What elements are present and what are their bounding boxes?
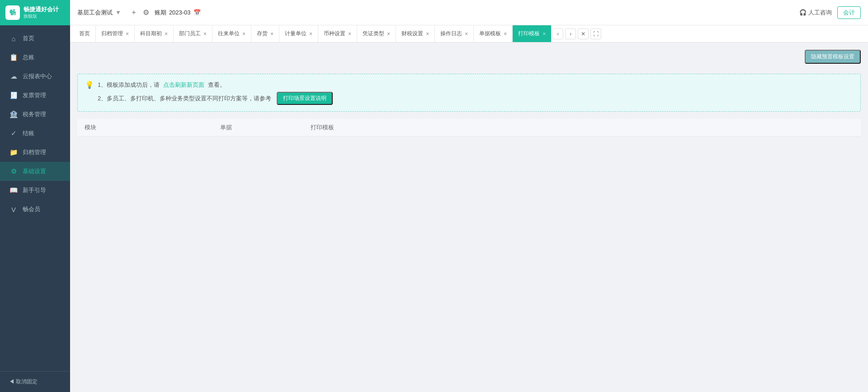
tab-label-unit: 计量单位 <box>285 30 307 38</box>
tab-label-subject: 科目期初 <box>140 30 162 38</box>
tab-label-archive: 归档管理 <box>101 30 123 38</box>
tab-dept[interactable]: 部门员工× <box>174 25 212 43</box>
tab-close-archive[interactable]: × <box>126 31 129 37</box>
tab-oplog[interactable]: 操作日志× <box>435 25 474 43</box>
sidebar-item-reports[interactable]: ☁云报表中心 <box>0 67 70 86</box>
bulb-icon: 💡 <box>85 80 94 89</box>
info-row-2: 2、多员工、多打印机、多种业务类型设置不同打印方案等，请参考 打印场景设置说明 <box>85 92 853 105</box>
headset-icon: 🎧 <box>799 9 807 16</box>
sidebar-item-settlement[interactable]: ✓结账 <box>0 124 70 143</box>
tab-close-dept[interactable]: × <box>203 31 207 37</box>
tab-singledoc[interactable]: 单据模板× <box>474 25 513 43</box>
topbar: 基层工会测试 ▼ ＋ ⚙ 账期 2023-03 📅 🎧 人工咨询 会计 <box>70 0 868 25</box>
tab-label-currency: 币种设置 <box>324 30 345 38</box>
logo-name: 畅捷通好会计 <box>24 6 59 14</box>
nav-icon-basic: ⚙ <box>9 167 18 175</box>
company-selector[interactable]: 基层工会测试 ▼ <box>77 9 121 17</box>
tab-close-customer[interactable]: × <box>242 31 245 37</box>
nav-icon-tax: 🏦 <box>9 110 18 118</box>
template-table: 模块 单据 打印模板 <box>77 119 861 137</box>
support-button[interactable]: 🎧 人工咨询 <box>799 9 832 17</box>
tab-expand[interactable]: ⛶ <box>590 28 601 39</box>
sidebar-item-guide[interactable]: 📖新手引导 <box>0 181 70 200</box>
nav-label-basic: 基础设置 <box>23 167 46 175</box>
logo-sub: 旗舰版 <box>24 13 59 19</box>
tab-close-voucher[interactable]: × <box>387 31 390 37</box>
support-label: 人工咨询 <box>808 9 832 17</box>
hide-template-button[interactable]: 隐藏预置模板设置 <box>805 50 861 64</box>
sidebar-item-archive[interactable]: 📁归档管理 <box>0 143 70 162</box>
sidebar-logo: 畅 畅捷通好会计 旗舰版 <box>0 0 70 25</box>
tab-voucher[interactable]: 凭证类型× <box>357 25 396 43</box>
tab-currency[interactable]: 币种设置× <box>318 25 357 43</box>
col-doc: 单据 <box>213 119 303 136</box>
tab-label-inventory: 存货 <box>257 30 268 38</box>
refresh-link[interactable]: 点击刷新新页面 <box>163 81 204 89</box>
tab-label-voucher: 凭证类型 <box>363 30 384 38</box>
tab-home[interactable]: 首页 <box>74 25 96 43</box>
nav-label-home: 首页 <box>23 34 34 43</box>
info-box: 💡 1、模板添加成功后，请 点击刷新新页面 查看。 2、多员工、多打印机、多种业… <box>77 74 861 112</box>
tab-label-printtemplate: 打印模板 <box>518 30 540 38</box>
nav-label-settlement: 结账 <box>23 129 34 137</box>
nav-label-archive: 归档管理 <box>23 148 46 156</box>
tab-label-dept: 部门员工 <box>179 30 201 38</box>
tab-close-taxsetting[interactable]: × <box>426 31 429 37</box>
tab-close-currency[interactable]: × <box>348 31 351 37</box>
sidebar-item-member[interactable]: V畅会员 <box>0 200 70 219</box>
col-template: 打印模板 <box>303 119 861 136</box>
tab-customer[interactable]: 往来单位× <box>212 25 251 43</box>
nav-icon-settlement: ✓ <box>9 129 18 137</box>
kuaiji-button[interactable]: 会计 <box>837 6 861 19</box>
tab-close-subject[interactable]: × <box>165 31 168 37</box>
sidebar-nav: ⌂首页📋总账☁云报表中心🧾发票管理🏦税务管理✓结账📁归档管理⚙基础设置📖新手引导… <box>0 25 70 371</box>
main-content: 隐藏预置模板设置 💡 1、模板添加成功后，请 点击刷新新页面 查看。 2、多员工… <box>70 43 868 392</box>
nav-icon-archive: 📁 <box>9 148 18 156</box>
table-header: 模块 单据 打印模板 <box>77 119 861 137</box>
tab-label-customer: 往来单位 <box>218 30 240 38</box>
tab-nav-left[interactable]: ‹ <box>552 28 563 39</box>
unpin-label: ◀ 取消固定 <box>9 378 38 386</box>
info-text-1-before: 1、模板添加成功后，请 <box>98 81 160 89</box>
period-selector[interactable]: 账期 2023-03 📅 <box>155 9 201 17</box>
tab-taxsetting[interactable]: 财税设置× <box>396 25 435 43</box>
col-module: 模块 <box>77 119 213 136</box>
tab-close-unit[interactable]: × <box>309 31 312 37</box>
info-text-2: 2、多员工、多打印机、多种业务类型设置不同打印方案等，请参考 <box>98 94 271 103</box>
period-label: 账期 <box>155 9 166 17</box>
tab-subject[interactable]: 科目期初× <box>135 25 174 43</box>
tab-close-singledoc[interactable]: × <box>504 31 507 37</box>
sidebar-item-ledger[interactable]: 📋总账 <box>0 48 70 67</box>
sidebar-item-invoice[interactable]: 🧾发票管理 <box>0 86 70 105</box>
info-row-1: 💡 1、模板添加成功后，请 点击刷新新页面 查看。 <box>85 80 853 89</box>
tab-nav-right[interactable]: › <box>565 28 576 39</box>
tab-label-singledoc: 单据模板 <box>479 30 501 38</box>
nav-label-ledger: 总账 <box>23 53 34 61</box>
tab-close-inventory[interactable]: × <box>270 31 274 37</box>
nav-label-tax: 税务管理 <box>23 110 46 118</box>
settings-icon[interactable]: ⚙ <box>143 8 149 17</box>
company-name: 基层工会测试 <box>77 9 113 17</box>
period-value: 2023-03 <box>169 9 191 16</box>
sidebar-item-home[interactable]: ⌂首页 <box>0 29 70 48</box>
tab-close-printtemplate[interactable]: × <box>542 31 546 37</box>
nav-label-member: 畅会员 <box>23 205 40 213</box>
tab-inventory[interactable]: 存货× <box>251 25 279 43</box>
add-icon[interactable]: ＋ <box>130 8 137 17</box>
tab-label-taxsetting: 财税设置 <box>401 30 423 38</box>
print-explain-button[interactable]: 打印场景设置说明 <box>277 92 333 105</box>
nav-icon-invoice: 🧾 <box>9 91 18 99</box>
nav-icon-ledger: 📋 <box>9 53 18 61</box>
tabbar: 首页归档管理×科目期初×部门员工×往来单位×存货×计量单位×币种设置×凭证类型×… <box>70 25 868 43</box>
nav-icon-member: V <box>9 206 18 213</box>
tab-printtemplate[interactable]: 打印模板× <box>513 25 552 43</box>
sidebar-item-basic[interactable]: ⚙基础设置 <box>0 162 70 181</box>
tab-archive[interactable]: 归档管理× <box>96 25 135 43</box>
tab-close-all[interactable]: ✕ <box>578 28 589 39</box>
nav-icon-home: ⌂ <box>9 35 18 43</box>
tab-close-oplog[interactable]: × <box>465 31 468 37</box>
calendar-icon: 📅 <box>193 9 201 16</box>
sidebar-footer[interactable]: ◀ 取消固定 <box>0 371 70 392</box>
tab-unit[interactable]: 计量单位× <box>279 25 318 43</box>
sidebar-item-tax[interactable]: 🏦税务管理 <box>0 105 70 124</box>
